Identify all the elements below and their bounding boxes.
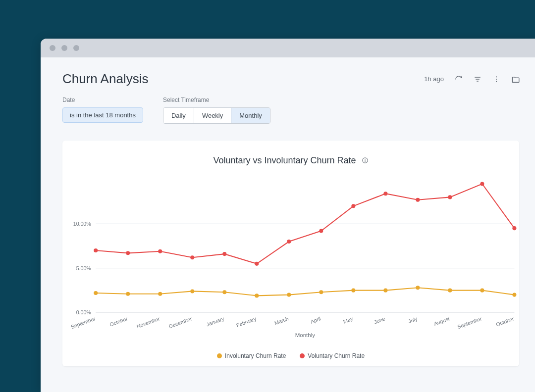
chart-title: Voluntary vs Involuntary Churn Rate — [62, 155, 519, 166]
svg-text:August: August — [433, 315, 450, 327]
svg-text:5.00%: 5.00% — [76, 265, 91, 271]
svg-point-52 — [351, 288, 355, 292]
svg-text:November: November — [136, 315, 160, 329]
svg-point-54 — [416, 286, 420, 290]
svg-point-47 — [190, 289, 194, 293]
svg-point-57 — [512, 293, 516, 296]
page-header: Churn Analysis 1h ago — [62, 71, 519, 87]
svg-point-44 — [94, 291, 98, 295]
svg-text:October: October — [109, 315, 129, 327]
svg-point-30 — [94, 248, 98, 252]
window-dot-close[interactable] — [50, 45, 55, 51]
svg-point-37 — [319, 229, 323, 233]
svg-text:10.00%: 10.00% — [73, 221, 91, 227]
chart-legend: Involuntary Churn Rate Voluntary Churn R… — [62, 349, 519, 361]
svg-point-38 — [351, 204, 355, 208]
window-dot-min[interactable] — [61, 45, 67, 51]
svg-text:April: April — [310, 315, 321, 324]
svg-text:September: September — [70, 315, 96, 330]
date-filter-chip[interactable]: is in the last 18 months — [62, 107, 143, 123]
refresh-icon[interactable] — [455, 75, 463, 83]
legend-label-voluntary: Voluntary Churn Rate — [308, 352, 365, 359]
svg-point-32 — [158, 249, 162, 253]
svg-point-43 — [512, 226, 516, 230]
svg-point-42 — [480, 182, 484, 186]
svg-text:March: March — [273, 315, 289, 326]
chart-area: 0.00%5.00%10.00%SeptemberOctoberNovember… — [62, 166, 519, 349]
chart-card: Voluntary vs Involuntary Churn Rate 0.00… — [62, 141, 519, 366]
legend-voluntary: Voluntary Churn Rate — [300, 352, 365, 359]
timeframe-segmented: Daily Weekly Monthly — [163, 107, 270, 124]
timeframe-label: Select Timeframe — [163, 97, 270, 103]
folder-icon[interactable] — [511, 75, 519, 83]
svg-point-33 — [190, 255, 194, 259]
svg-point-53 — [383, 288, 387, 292]
timeframe-option-monthly[interactable]: Monthly — [231, 108, 270, 123]
legend-label-involuntary: Involuntary Churn Rate — [225, 352, 286, 359]
page-title: Churn Analysis — [62, 71, 148, 87]
svg-point-41 — [448, 195, 452, 199]
app-window: Churn Analysis 1h ago Date i — [41, 39, 535, 392]
svg-point-40 — [416, 197, 420, 201]
svg-text:May: May — [342, 315, 354, 324]
kebab-menu-icon[interactable] — [492, 75, 500, 83]
svg-point-39 — [383, 192, 387, 196]
svg-text:Monthly: Monthly — [295, 332, 316, 338]
svg-point-4 — [496, 78, 497, 79]
timeframe-option-weekly[interactable]: Weekly — [194, 108, 231, 123]
svg-text:December: December — [168, 315, 193, 329]
svg-point-8 — [365, 159, 365, 159]
svg-point-50 — [287, 293, 291, 296]
svg-text:June: June — [373, 315, 386, 325]
filter-icon[interactable] — [474, 75, 482, 83]
svg-point-56 — [480, 288, 484, 292]
chart-svg: 0.00%5.00%10.00%SeptemberOctoberNovember… — [62, 166, 519, 349]
svg-point-49 — [255, 294, 259, 297]
date-filter-label: Date — [62, 97, 143, 103]
svg-point-5 — [496, 81, 497, 82]
last-refresh-label: 1h ago — [424, 75, 444, 83]
timeframe-filter: Select Timeframe Daily Weekly Monthly — [163, 97, 270, 124]
svg-text:February: February — [235, 315, 257, 328]
timeframe-option-daily[interactable]: Daily — [163, 108, 194, 123]
svg-point-31 — [126, 251, 130, 255]
svg-point-51 — [319, 290, 323, 294]
legend-dot-voluntary — [300, 353, 305, 358]
svg-point-46 — [158, 292, 162, 296]
window-titlebar — [41, 39, 535, 57]
svg-point-35 — [255, 262, 259, 266]
svg-text:October: October — [495, 315, 515, 327]
svg-text:July: July — [407, 315, 418, 324]
window-dot-max[interactable] — [73, 45, 79, 51]
svg-point-55 — [448, 288, 452, 292]
svg-point-48 — [222, 290, 226, 294]
legend-dot-involuntary — [217, 353, 222, 358]
chart-title-text: Voluntary vs Involuntary Churn Rate — [213, 155, 356, 165]
svg-point-34 — [222, 252, 226, 256]
svg-point-36 — [287, 240, 291, 244]
page-content: Churn Analysis 1h ago Date i — [41, 57, 535, 366]
svg-point-45 — [126, 292, 130, 296]
legend-involuntary: Involuntary Churn Rate — [217, 352, 286, 359]
svg-text:0.00%: 0.00% — [76, 309, 91, 315]
svg-text:January: January — [206, 315, 225, 327]
svg-text:September: September — [456, 315, 482, 330]
svg-point-3 — [496, 76, 497, 77]
header-actions: 1h ago — [424, 75, 519, 83]
info-icon[interactable] — [362, 156, 369, 166]
date-filter: Date is in the last 18 months — [62, 97, 143, 124]
filter-controls: Date is in the last 18 months Select Tim… — [62, 97, 519, 124]
